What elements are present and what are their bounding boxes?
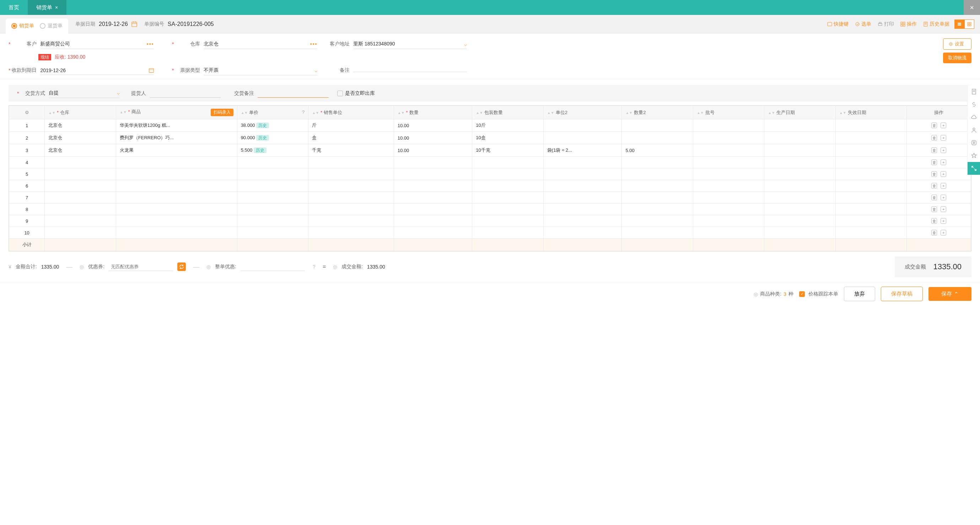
cell-batch[interactable] xyxy=(693,132,764,144)
cell-prod-date[interactable] xyxy=(764,132,836,144)
cell-prod-date[interactable] xyxy=(764,119,836,132)
cell-unit[interactable]: 盒 xyxy=(309,132,394,144)
delete-row-icon[interactable]: 🗑 xyxy=(931,206,937,212)
table-row[interactable]: 8 🗑 + xyxy=(9,204,971,215)
add-row-icon[interactable]: + xyxy=(940,218,946,224)
cell-prod-date[interactable] xyxy=(764,180,836,192)
table-row[interactable]: 2 北京仓 费列罗（FERRERO）巧... 90.000历史 盒 10.00 … xyxy=(9,132,971,144)
cell-qty[interactable] xyxy=(394,169,472,180)
cell-pack-qty[interactable] xyxy=(472,192,544,204)
cell-exp-date[interactable] xyxy=(835,180,907,192)
cell-product[interactable] xyxy=(116,180,237,192)
history-button[interactable]: 历史 xyxy=(254,147,267,153)
cell-unit[interactable] xyxy=(309,215,394,227)
cell-exp-date[interactable] xyxy=(835,169,907,180)
col-qty2[interactable]: ▲▼数量2 xyxy=(622,106,693,119)
delete-row-icon[interactable]: 🗑 xyxy=(931,147,937,153)
delete-row-icon[interactable]: 🗑 xyxy=(931,159,937,165)
cell-qty2[interactable] xyxy=(622,132,693,144)
chevron-down-icon[interactable]: ⌵ xyxy=(117,90,120,96)
cell-exp-date[interactable] xyxy=(835,227,907,239)
cell-product[interactable] xyxy=(116,227,237,239)
cell-prod-date[interactable] xyxy=(764,227,836,239)
cell-unit2[interactable] xyxy=(543,157,622,169)
col-unit[interactable]: ▲▼*销售单位 xyxy=(309,106,394,119)
cell-product[interactable]: 费列罗（FERRERO）巧... xyxy=(116,132,237,144)
table-row[interactable]: 3 北京仓 火龙果 5.500历史 千克 10.00 10千克 袋(1袋 ≈ 2… xyxy=(9,144,971,157)
cell-qty2[interactable] xyxy=(622,119,693,132)
cell-exp-date[interactable] xyxy=(835,144,907,157)
cell-unit2[interactable] xyxy=(543,169,622,180)
chevron-down-icon[interactable]: ⌵ xyxy=(464,41,467,47)
tab-sales-order[interactable]: 销货单 × xyxy=(28,0,67,15)
order-discount-input[interactable] xyxy=(240,262,305,271)
delivery-method-select[interactable]: 自提⌵ xyxy=(49,88,120,98)
rail-document-icon[interactable] xyxy=(967,85,980,98)
cell-price[interactable] xyxy=(237,157,309,169)
rail-cloud-icon[interactable] xyxy=(967,111,980,124)
scan-input-button[interactable]: 扫码录入 xyxy=(211,109,234,116)
cell-price[interactable] xyxy=(237,215,309,227)
close-icon[interactable]: × xyxy=(55,5,58,10)
add-row-icon[interactable]: + xyxy=(940,159,946,165)
cell-prod-date[interactable] xyxy=(764,144,836,157)
cell-product[interactable] xyxy=(116,192,237,204)
cell-batch[interactable] xyxy=(693,169,764,180)
cell-batch[interactable] xyxy=(693,227,764,239)
cell-qty[interactable] xyxy=(394,192,472,204)
delivery-remark-input[interactable] xyxy=(258,89,329,98)
cell-qty[interactable] xyxy=(394,215,472,227)
price-track-checkbox[interactable]: ✓ 价格跟踪本单 xyxy=(799,291,838,298)
cell-qty[interactable] xyxy=(394,157,472,169)
cell-pack-qty[interactable] xyxy=(472,180,544,192)
col-unit2[interactable]: ▲▼单位2 xyxy=(543,106,622,119)
print-button[interactable]: 打印 xyxy=(878,21,894,27)
cell-prod-date[interactable] xyxy=(764,192,836,204)
cell-qty[interactable] xyxy=(394,180,472,192)
delete-row-icon[interactable]: 🗑 xyxy=(931,171,937,177)
add-row-icon[interactable]: + xyxy=(940,135,946,141)
cell-warehouse[interactable] xyxy=(45,180,116,192)
ellipsis-icon[interactable]: ••• xyxy=(147,41,154,47)
cell-prod-date[interactable] xyxy=(764,204,836,215)
col-batch[interactable]: ▲▼批号 xyxy=(693,106,764,119)
history-button[interactable]: 历史单据 xyxy=(923,21,950,27)
customer-input[interactable]: 新盛商贸公司••• xyxy=(40,40,154,49)
operate-button[interactable]: 操作 xyxy=(900,21,917,27)
cell-unit[interactable] xyxy=(309,192,394,204)
add-row-icon[interactable]: + xyxy=(940,206,946,212)
list-view-button[interactable] xyxy=(955,19,964,29)
cell-product[interactable] xyxy=(116,204,237,215)
cell-qty2[interactable] xyxy=(622,157,693,169)
cell-product[interactable] xyxy=(116,157,237,169)
help-icon[interactable]: ? xyxy=(302,110,304,115)
col-prod-date[interactable]: ▲▼生产日期 xyxy=(764,106,836,119)
cell-qty[interactable]: 10.00 xyxy=(394,144,472,157)
cell-qty[interactable] xyxy=(394,227,472,239)
radio-return-order[interactable]: 退货单 xyxy=(40,23,62,29)
help-icon[interactable]: ? xyxy=(313,264,315,270)
delete-row-icon[interactable]: 🗑 xyxy=(931,230,937,235)
cell-price[interactable] xyxy=(237,169,309,180)
coupon-input[interactable] xyxy=(109,262,173,271)
cell-qty2[interactable]: 5.00 xyxy=(622,144,693,157)
cell-unit[interactable] xyxy=(309,204,394,215)
cell-warehouse[interactable] xyxy=(45,169,116,180)
col-warehouse[interactable]: ▲▼*仓库 xyxy=(45,106,116,119)
table-row[interactable]: 7 🗑 + xyxy=(9,192,971,204)
delete-row-icon[interactable]: 🗑 xyxy=(931,218,937,224)
cell-unit2[interactable] xyxy=(543,132,622,144)
cell-exp-date[interactable] xyxy=(835,157,907,169)
cell-unit[interactable] xyxy=(309,227,394,239)
cell-warehouse[interactable] xyxy=(45,157,116,169)
window-close-button[interactable]: × xyxy=(964,0,980,15)
cell-warehouse[interactable]: 北京仓 xyxy=(45,144,116,157)
col-settings[interactable]: ⚙ xyxy=(9,106,45,119)
cell-price[interactable] xyxy=(237,192,309,204)
cell-unit2[interactable] xyxy=(543,227,622,239)
cell-pack-qty[interactable]: 10盒 xyxy=(472,132,544,144)
discard-button[interactable]: 放弃 xyxy=(844,286,875,301)
cust-addr-input[interactable]: 里斯 18512348090⌵ xyxy=(353,40,467,49)
table-row[interactable]: 10 🗑 + xyxy=(9,227,971,239)
cell-exp-date[interactable] xyxy=(835,192,907,204)
